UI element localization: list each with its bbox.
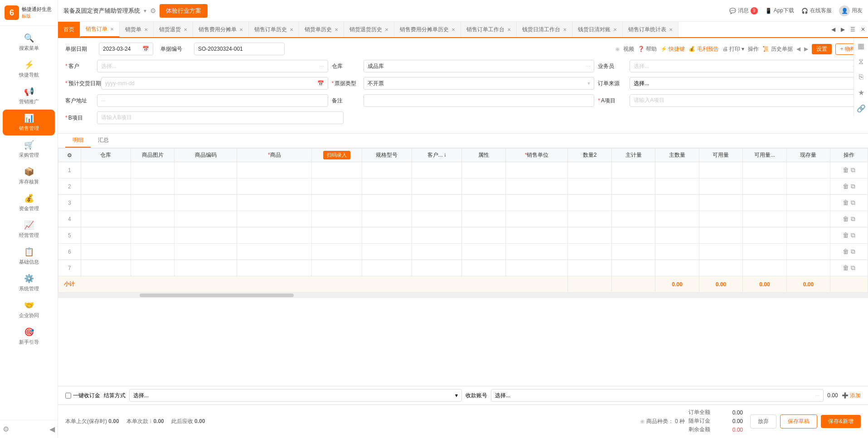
sidebar-item-营销推广[interactable]: 📢 营销推广 — [3, 83, 55, 109]
row-warehouse[interactable] — [81, 162, 131, 178]
tab-close-12[interactable]: ✕ — [669, 27, 673, 32]
save-new-button[interactable]: 保存&新增 — [821, 415, 861, 428]
row-unit[interactable] — [505, 178, 568, 195]
tab-close-6[interactable]: ✕ — [335, 27, 338, 32]
row-delete-btn[interactable]: 🗑 — [843, 166, 849, 174]
row-copy-btn[interactable]: ⧉ — [851, 166, 855, 174]
row-product[interactable] — [237, 211, 312, 227]
tab-item-2[interactable]: 销货单✕ — [120, 22, 154, 37]
row-copy-btn[interactable]: ⧉ — [851, 264, 855, 272]
tab-item-11[interactable]: 钱货日清对账✕ — [572, 22, 623, 37]
row-scan[interactable] — [312, 195, 362, 211]
row-available2[interactable] — [743, 162, 786, 178]
row-attribute[interactable] — [462, 195, 505, 211]
col-settings[interactable]: ⚙ — [58, 149, 81, 162]
history-btn[interactable]: 📜 历史单据 — [762, 45, 792, 53]
row-product-code[interactable] — [175, 227, 237, 244]
tab-item-6[interactable]: 销货单历史✕ — [299, 22, 344, 37]
row-available2[interactable] — [743, 195, 786, 211]
row-available[interactable] — [699, 260, 742, 276]
tab-item-10[interactable]: 钱货日清工作台✕ — [517, 22, 572, 37]
sidebar-item-经营管理[interactable]: 📈 经营管理 — [3, 217, 55, 242]
row-qty2[interactable] — [568, 211, 611, 227]
system-settings-icon[interactable]: ⚙ — [150, 7, 156, 15]
trial-button[interactable]: 体验行业方案 — [160, 4, 208, 18]
panel-icon-2[interactable]: ⧖ — [858, 58, 863, 66]
help-btn[interactable]: ❓ 帮助 — [638, 45, 657, 53]
horizontal-scrollbar[interactable] — [58, 293, 868, 298]
nav-prev-icon[interactable]: ◀ — [796, 46, 800, 52]
row-stock[interactable] — [786, 260, 830, 276]
message-button[interactable]: 💬 消息 9 — [729, 7, 758, 14]
row-product-code[interactable] — [175, 178, 237, 195]
row-product[interactable] — [237, 195, 312, 211]
row-delete-btn[interactable]: 🗑 — [843, 215, 849, 223]
row-copy-btn[interactable]: ⧉ — [851, 248, 855, 255]
add-payment-btn[interactable]: ➕ 添加 — [842, 392, 861, 399]
row-spec[interactable] — [362, 178, 412, 195]
tab-summary[interactable]: 汇总 — [91, 134, 116, 148]
row-attribute[interactable] — [462, 227, 505, 244]
order-source-select[interactable]: 选择... ▾ — [630, 77, 861, 90]
sidebar-item-企业协同[interactable]: 🤝 企业协同 — [3, 297, 55, 322]
tab-close-4[interactable]: ✕ — [239, 27, 243, 32]
row-main-unit[interactable] — [611, 178, 655, 195]
tab-close-3[interactable]: ✕ — [184, 27, 187, 32]
tab-item-1[interactable]: 销售订单✕ — [80, 22, 120, 37]
row-main-qty[interactable] — [655, 211, 699, 227]
row-product[interactable] — [237, 244, 312, 260]
tab-close-11[interactable]: ✕ — [613, 27, 617, 32]
row-unit[interactable] — [505, 244, 568, 260]
row-delete-btn[interactable]: 🗑 — [843, 264, 849, 272]
row-unit[interactable] — [505, 227, 568, 244]
a-project-input[interactable]: 请输入A项目 — [630, 94, 861, 107]
sidebar-item-快捷导航[interactable]: ⚡ 快捷导航 — [3, 56, 55, 82]
row-product-image[interactable] — [131, 162, 174, 178]
row-attribute[interactable] — [462, 211, 505, 227]
customer-address-input[interactable]: ··· — [97, 94, 328, 107]
sidebar-item-搜索菜单[interactable]: 🔍 搜索菜单 — [3, 29, 55, 55]
sidebar-collapse-icon[interactable]: ◀ — [49, 425, 55, 433]
row-stock[interactable] — [786, 162, 830, 178]
row-available[interactable] — [699, 178, 742, 195]
profit-btn[interactable]: 💰 毛利预告 — [689, 45, 718, 53]
date-input[interactable]: 2023-03-24 📅 — [99, 43, 153, 55]
operation-btn[interactable]: 操作 — [748, 45, 759, 53]
video-btn[interactable]: 视频 — [623, 45, 634, 53]
row-qty2[interactable] — [568, 244, 611, 260]
row-customer-code[interactable] — [412, 260, 461, 276]
row-product[interactable] — [237, 260, 312, 276]
row-unit[interactable] — [505, 195, 568, 211]
online-support-button[interactable]: 🎧 在线客服 — [801, 7, 832, 14]
row-product-image[interactable] — [131, 227, 174, 244]
row-stock[interactable] — [786, 227, 830, 244]
row-unit[interactable] — [505, 162, 568, 178]
panel-icon-5[interactable]: 🔗 — [857, 104, 866, 113]
row-available[interactable] — [699, 162, 742, 178]
tab-detail[interactable]: 明细 — [65, 134, 91, 148]
tab-close-1[interactable]: ✕ — [110, 27, 114, 32]
row-stock[interactable] — [786, 178, 830, 195]
row-customer-code[interactable] — [412, 162, 461, 178]
row-customer-code[interactable] — [412, 211, 461, 227]
row-copy-btn[interactable]: ⧉ — [851, 199, 855, 207]
tab-nav-next[interactable]: ▶ — [838, 26, 848, 33]
settlement-select[interactable]: 选择... ▾ — [129, 389, 462, 402]
salesperson-input[interactable]: 选择... ··· — [630, 60, 861, 72]
row-delete-btn[interactable]: 🗑 — [843, 183, 849, 190]
row-warehouse[interactable] — [81, 195, 131, 211]
row-product-image[interactable] — [131, 260, 174, 276]
row-scan[interactable] — [312, 162, 362, 178]
row-delete-btn[interactable]: 🗑 — [843, 199, 849, 207]
panel-icon-4[interactable]: ★ — [858, 88, 864, 97]
row-product-code[interactable] — [175, 162, 237, 178]
row-available[interactable] — [699, 195, 742, 211]
row-main-qty[interactable] — [655, 227, 699, 244]
sidebar-item-新手引导[interactable]: 🎯 新手引导 — [3, 323, 55, 349]
row-spec[interactable] — [362, 244, 412, 260]
scroll-thumb[interactable] — [140, 294, 294, 297]
row-unit[interactable] — [505, 211, 568, 227]
row-customer-code[interactable] — [412, 244, 461, 260]
one-click-label[interactable]: 一键收订金 — [65, 392, 100, 399]
row-main-unit[interactable] — [611, 227, 655, 244]
